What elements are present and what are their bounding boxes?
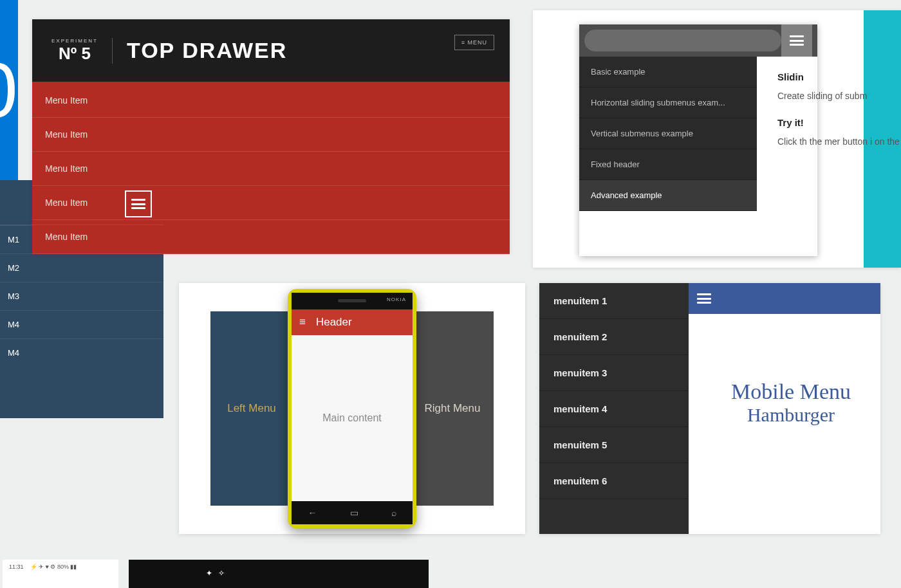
title-line-1: Mobile Menu: [708, 380, 874, 404]
phone-nav-bar: ← ▭ ⌕: [292, 501, 413, 524]
menu-item[interactable]: menuitem 6: [539, 463, 689, 499]
menu-item[interactable]: Basic example: [579, 57, 757, 87]
menu-item[interactable]: Vertical submenus example: [579, 118, 757, 149]
dark-fragment: ✦ ✧: [129, 560, 429, 588]
blue-sliver-glyph: 0: [0, 46, 17, 134]
hamburger-button[interactable]: [125, 190, 152, 217]
hamburger-icon: [790, 35, 804, 46]
experiment-number: Nº 5: [51, 44, 98, 64]
menu-item[interactable]: Horizontal sliding submenus exam...: [579, 87, 757, 118]
hamburger-icon[interactable]: ≡: [299, 316, 306, 329]
menu-item[interactable]: menuitem 4: [539, 391, 689, 427]
status-time: 11:31: [9, 564, 24, 570]
menu-item[interactable]: Menu Item: [32, 84, 510, 118]
app-topbar: [579, 24, 817, 57]
experiment-badge: EXPERIMENT Nº 5: [51, 38, 113, 64]
mobile-hamburger-topbar: [689, 283, 880, 314]
sliding-menu-panel: Basic example Horizontal sliding submenu…: [579, 57, 757, 211]
phone-brand: NOKIA: [387, 297, 406, 302]
left-menu-panel[interactable]: Left Menu: [210, 311, 293, 506]
phone-earpiece: [338, 299, 366, 302]
phone-frame: NOKIA ≡ Header Main content ← ▭ ⌕: [288, 289, 416, 528]
menu-item[interactable]: M4: [0, 338, 163, 367]
try-it-heading: Try it!: [777, 115, 901, 130]
title-line-2: Hamburger: [708, 404, 874, 426]
dark-blue-header: [0, 180, 163, 225]
nav-home-icon[interactable]: ▭: [350, 508, 358, 518]
search-input[interactable]: [584, 30, 781, 51]
phone-app-header: ≡ Header: [292, 309, 413, 335]
top-drawer-header: EXPERIMENT Nº 5 TOP DRAWER ≡ MENU: [32, 19, 510, 84]
phone-header-title: Header: [316, 316, 352, 329]
menu-item[interactable]: M3: [0, 282, 163, 310]
phone-bezel-top: NOKIA: [292, 293, 413, 309]
sliding-menu-copy: Slidin Create sliding of subm Try it! Cl…: [777, 69, 901, 149]
sliding-menu-card: Basic example Horizontal sliding submenu…: [533, 10, 901, 268]
phone-main-content: Main content: [292, 335, 413, 501]
status-bar-fragment: 11:31 ⚡ ✈ ♥ ⚙ 80% ▮▮: [3, 560, 118, 588]
hamburger-icon: [131, 199, 145, 209]
hamburger-button[interactable]: [689, 283, 720, 314]
menu-item[interactable]: M2: [0, 253, 163, 282]
blue-sliver-card: 0: [0, 0, 18, 180]
menu-item[interactable]: menuitem 5: [539, 427, 689, 463]
menu-item[interactable]: menuitem 3: [539, 355, 689, 391]
mobile-hamburger-card: menuitem 1 menuitem 2 menuitem 3 menuite…: [539, 283, 880, 534]
status-icons: ⚡ ✈ ♥ ⚙ 80% ▮▮: [30, 564, 77, 570]
try-it-paragraph: Click th the mer button i on the i: [777, 135, 901, 149]
right-menu-panel[interactable]: Right Menu: [411, 311, 494, 506]
menu-button[interactable]: ≡ MENU: [454, 35, 494, 50]
mobile-hamburger-side: menuitem 1 menuitem 2 menuitem 3 menuite…: [539, 283, 689, 534]
menu-item[interactable]: Fixed header: [579, 149, 757, 180]
menu-item[interactable]: M4: [0, 310, 163, 338]
nav-search-icon[interactable]: ⌕: [391, 508, 396, 518]
top-drawer-title: TOP DRAWER: [127, 38, 287, 63]
sliding-paragraph: Create sliding of subm: [777, 89, 901, 104]
hamburger-button[interactable]: [781, 24, 812, 57]
sliding-menu-app: Basic example Horizontal sliding submenu…: [579, 24, 817, 256]
menu-item-selected[interactable]: Advanced example: [579, 180, 757, 211]
mobile-hamburger-title: Mobile Menu Hamburger: [708, 380, 874, 426]
experiment-label: EXPERIMENT: [51, 38, 98, 44]
dark-blue-menu-card: M1 M2 M3 M4 M4: [0, 180, 163, 418]
sliding-heading: Slidin: [777, 69, 901, 84]
nokia-phone-card: Left Menu NOKIA ≡ Header Main content ← …: [179, 283, 525, 534]
sparkle-icon: ✦ ✧: [206, 569, 227, 578]
nav-back-icon[interactable]: ←: [308, 508, 317, 518]
top-drawer-list: Menu Item Menu Item Menu Item Menu Item …: [32, 84, 510, 254]
hamburger-icon: [697, 293, 711, 304]
menu-item[interactable]: menuitem 2: [539, 319, 689, 355]
menu-item[interactable]: Menu Item: [32, 118, 510, 152]
menu-item[interactable]: menuitem 1: [539, 283, 689, 319]
